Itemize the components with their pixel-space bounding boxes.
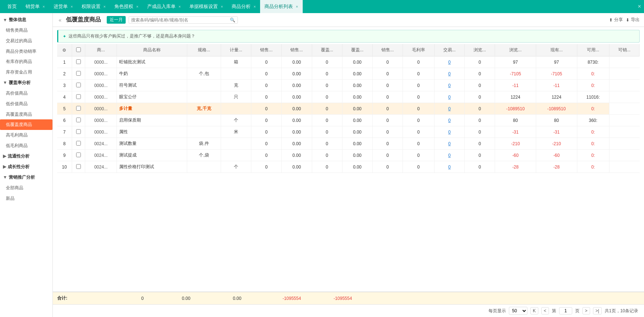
- col-code[interactable]: 商...: [85, 44, 117, 56]
- col-name[interactable]: 商品名称: [117, 44, 187, 56]
- col-sales2[interactable]: 销售...: [282, 44, 312, 56]
- row-checkbox-cell[interactable]: [72, 126, 85, 138]
- search-icon[interactable]: 🔍: [230, 17, 235, 23]
- nav-item-roles[interactable]: 角色授权 ×: [110, 0, 143, 13]
- nav-item-sales[interactable]: 销货单 ×: [21, 0, 49, 13]
- sidebar-section-flow[interactable]: ▶ 流通性分析: [0, 151, 52, 162]
- sidebar-item-traded-products[interactable]: 交易过的商品: [0, 36, 52, 46]
- nav-item-home[interactable]: 首页: [3, 0, 21, 13]
- sidebar-item-high-coverage[interactable]: 高覆盖度商品: [0, 109, 52, 120]
- row-checkbox-cell[interactable]: [72, 150, 85, 161]
- transactions[interactable]: 0: [434, 103, 464, 115]
- transactions[interactable]: 0: [434, 56, 464, 68]
- sidebar-item-category-rate[interactable]: 商品分类动销率: [0, 46, 52, 57]
- row-checkbox[interactable]: [76, 71, 81, 76]
- sidebar-item-all-products[interactable]: 全部商品: [0, 183, 52, 193]
- sidebar-item-low-profit[interactable]: 低毛利商品: [0, 140, 52, 151]
- sidebar-item-new-products[interactable]: 新品: [0, 193, 52, 204]
- transactions[interactable]: 0: [434, 91, 464, 103]
- filter-tab-month[interactable]: 近一月: [107, 16, 126, 24]
- prev-page-button[interactable]: <: [541, 307, 549, 314]
- row-checkbox-cell[interactable]: [72, 91, 85, 103]
- row-checkbox-cell[interactable]: [72, 115, 85, 126]
- sidebar-section-marketing[interactable]: ▼ 营销推广分析: [0, 172, 52, 183]
- row-checkbox[interactable]: [76, 152, 81, 157]
- last-page-button[interactable]: >|: [593, 307, 602, 314]
- sidebar-section-coverage[interactable]: ▼ 覆盖率分析: [0, 78, 52, 88]
- row-checkbox-cell[interactable]: [72, 161, 85, 173]
- transaction-link[interactable]: 0: [448, 118, 451, 123]
- nav-item-permissions[interactable]: 权限设置 ×: [77, 0, 110, 13]
- nav-close-permissions[interactable]: ×: [103, 4, 106, 9]
- nav-close-purchase[interactable]: ×: [71, 4, 73, 9]
- row-checkbox[interactable]: [76, 59, 81, 64]
- transaction-link[interactable]: 0: [448, 95, 451, 100]
- transactions[interactable]: 0: [434, 68, 464, 80]
- col-gross-rate[interactable]: 毛利率: [403, 44, 435, 56]
- col-unit[interactable]: 计量...: [221, 44, 251, 56]
- nav-close-template[interactable]: ×: [221, 4, 223, 9]
- row-checkbox[interactable]: [76, 129, 81, 134]
- sidebar-item-sales-products[interactable]: 销售类商品: [0, 25, 52, 36]
- window-close-button[interactable]: ×: [638, 3, 641, 10]
- sidebar-item-low-value[interactable]: 低价值商品: [0, 99, 52, 109]
- nav-item-purchase[interactable]: 进货单 ×: [49, 0, 77, 13]
- col-checkbox[interactable]: [72, 44, 85, 56]
- nav-close-roles[interactable]: ×: [136, 4, 138, 9]
- col-sellable[interactable]: 可销...: [609, 44, 639, 56]
- page-size-select[interactable]: 50 100 200: [509, 307, 527, 315]
- row-checkbox-cell[interactable]: [72, 80, 85, 91]
- col-available[interactable]: 可用...: [577, 44, 609, 56]
- transactions[interactable]: 0: [434, 126, 464, 138]
- transaction-link[interactable]: 0: [448, 60, 451, 65]
- row-checkbox[interactable]: [76, 83, 81, 87]
- col-views1[interactable]: 浏览...: [464, 44, 495, 56]
- transactions[interactable]: 0: [434, 80, 464, 91]
- search-input[interactable]: [131, 17, 228, 23]
- first-page-button[interactable]: K: [530, 307, 538, 314]
- nav-close-sales[interactable]: ×: [43, 4, 45, 9]
- sidebar-section-overall[interactable]: ▼ 整体信息: [0, 15, 52, 25]
- col-coverage1[interactable]: 覆盖...: [312, 44, 342, 56]
- transaction-link[interactable]: 0: [448, 141, 451, 146]
- col-sales1[interactable]: 销售...: [251, 44, 282, 56]
- sidebar-item-low-coverage[interactable]: 低覆盖度商品: [0, 119, 52, 130]
- col-coverage2[interactable]: 覆盖...: [342, 44, 372, 56]
- nav-close-analysis-list[interactable]: ×: [296, 4, 298, 9]
- col-views2[interactable]: 浏览...: [495, 44, 536, 56]
- settings-icon[interactable]: ⚙: [62, 48, 66, 53]
- row-checkbox[interactable]: [76, 118, 81, 122]
- nav-close-analysis[interactable]: ×: [254, 4, 256, 9]
- col-transactions[interactable]: 交易...: [434, 44, 464, 56]
- col-spec[interactable]: 规格...: [187, 44, 221, 56]
- row-checkbox[interactable]: [76, 106, 81, 111]
- next-page-button[interactable]: >: [582, 307, 590, 314]
- col-settings[interactable]: ⚙: [57, 44, 72, 56]
- row-checkbox[interactable]: [76, 164, 81, 169]
- row-checkbox-cell[interactable]: [72, 103, 85, 115]
- nav-item-template[interactable]: 单据模板设置 ×: [185, 0, 227, 13]
- select-all-checkbox[interactable]: [76, 47, 81, 52]
- nav-item-analysis-list[interactable]: 商品分析列表 ×: [260, 0, 302, 13]
- transactions[interactable]: 0: [434, 161, 464, 173]
- export-button[interactable]: ⬇ 导出: [626, 17, 640, 23]
- col-sales3[interactable]: 销售...: [372, 44, 402, 56]
- nav-item-product-entry[interactable]: 产成品入库单 ×: [143, 0, 185, 13]
- transaction-link[interactable]: 0: [448, 153, 451, 158]
- sidebar-item-high-profit[interactable]: 高毛利商品: [0, 130, 52, 140]
- sidebar-item-in-stock[interactable]: 有库存的商品: [0, 56, 52, 67]
- sidebar-collapse-button[interactable]: «: [57, 16, 63, 24]
- row-checkbox-cell[interactable]: [72, 56, 85, 68]
- nav-close-product-entry[interactable]: ×: [178, 4, 181, 9]
- transactions[interactable]: 0: [434, 115, 464, 126]
- transaction-link[interactable]: 0: [448, 165, 451, 170]
- share-button[interactable]: ⬆ 分享: [609, 17, 623, 23]
- transactions[interactable]: 0: [434, 150, 464, 161]
- sidebar-section-growth[interactable]: ▶ 成长性分析: [0, 162, 52, 172]
- transaction-link[interactable]: 0: [448, 130, 451, 135]
- page-number-input[interactable]: [559, 307, 572, 314]
- transactions[interactable]: 0: [434, 138, 464, 150]
- sidebar-item-high-value[interactable]: 高价值商品: [0, 88, 52, 99]
- row-checkbox-cell[interactable]: [72, 138, 85, 150]
- transaction-link[interactable]: 0: [448, 106, 451, 111]
